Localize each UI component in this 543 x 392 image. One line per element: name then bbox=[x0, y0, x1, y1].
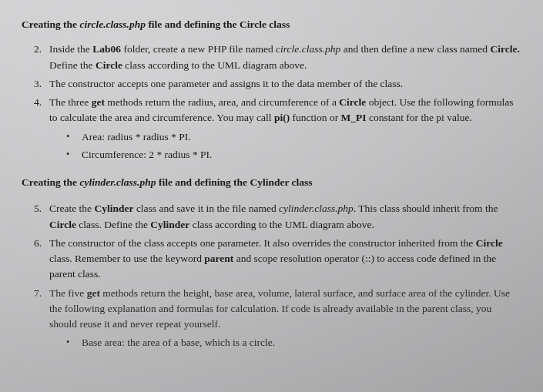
item-body: The constructor accepts one parameter an… bbox=[49, 76, 521, 92]
list-item-6: 6. The constructor of the class accepts … bbox=[22, 236, 521, 283]
item-number: 3. bbox=[32, 76, 49, 92]
item-number: 7. bbox=[32, 286, 49, 333]
list-item-5: 5. Create the Cylinder class and save it… bbox=[22, 201, 521, 233]
item-body: Inside the Lab06 folder, create a new PH… bbox=[49, 42, 521, 73]
heading-suffix: file and defining the Cylinder class bbox=[156, 176, 313, 188]
heading-prefix: Creating the bbox=[22, 18, 80, 30]
heading-filename: circle.class.php bbox=[80, 18, 146, 30]
bullet-area: • Area: radius * radius * PI. bbox=[66, 129, 521, 145]
item-number: 4. bbox=[32, 95, 49, 126]
item-body: The five get methods return the height, … bbox=[49, 286, 521, 333]
heading-prefix: Creating the bbox=[22, 176, 80, 188]
bullet-glyph: • bbox=[66, 147, 82, 162]
section-heading-2: Creating the cylinder.class.php file and… bbox=[22, 175, 521, 190]
heading-filename: cylinder.class.php bbox=[80, 176, 156, 188]
bullet-base-area: • Base area: the area of a base, which i… bbox=[66, 335, 521, 350]
bullet-circumference: • Circumference: 2 * radius * PI. bbox=[66, 147, 521, 162]
item-body: The constructor of the class accepts one… bbox=[49, 236, 521, 283]
bullet-text: Area: radius * radius * PI. bbox=[82, 129, 191, 145]
bullet-glyph: • bbox=[66, 335, 82, 350]
heading-suffix: file and defining the Circle class bbox=[146, 18, 290, 30]
bullet-text: Circumference: 2 * radius * PI. bbox=[82, 147, 212, 162]
item-body: The three get methods return the radius,… bbox=[49, 95, 521, 126]
item-number: 5. bbox=[32, 201, 49, 233]
item-body: Create the Cylinder class and save it in… bbox=[49, 201, 521, 233]
list-item-3: 3. The constructor accepts one parameter… bbox=[22, 76, 521, 92]
document-page: Creating the circle.class.php file and d… bbox=[22, 17, 521, 351]
list-item-4: 4. The three get methods return the radi… bbox=[22, 95, 521, 126]
list-item-7: 7. The five get methods return the heigh… bbox=[22, 286, 521, 333]
item-number: 2. bbox=[32, 42, 49, 73]
bullet-glyph: • bbox=[66, 129, 82, 145]
bullet-text: Base area: the area of a base, which is … bbox=[82, 335, 275, 350]
list-item-2: 2. Inside the Lab06 folder, create a new… bbox=[22, 42, 521, 73]
item-number: 6. bbox=[32, 236, 49, 283]
section-heading-1: Creating the circle.class.php file and d… bbox=[22, 17, 521, 32]
